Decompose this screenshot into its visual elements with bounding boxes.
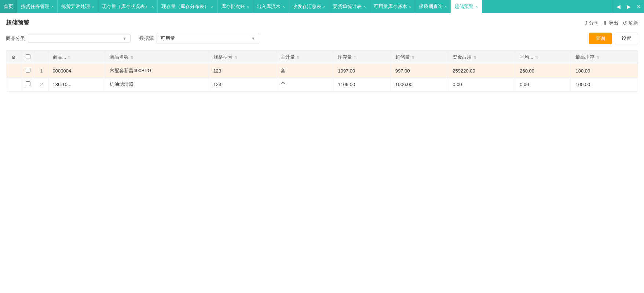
table-row: 10000004六配套新昌490BPG123套1097.00997.002592… (6, 64, 638, 78)
col-checkbox[interactable] (21, 51, 35, 64)
category-filter-group: 商品分类 ▼ (6, 34, 131, 43)
nav-item-close-icon[interactable]: × (247, 4, 249, 9)
row-checkbox-cell[interactable] (21, 64, 35, 78)
row-max-inv: 100.00 (571, 64, 638, 78)
sidebar-item-overstock[interactable]: 超储预警× (451, 0, 482, 13)
row-product-name: 机油滤清器 (105, 78, 209, 91)
row-unit: 个 (276, 78, 333, 91)
col-max-inv[interactable]: 最高库存 ⇅ (571, 51, 638, 64)
header-actions: ⤴ 分享 ⬇ 导出 ↺ 刷新 (585, 20, 638, 26)
nav-arrows: ◀ ▶ ✕ (613, 0, 644, 13)
row-product-code: 186-10... (48, 78, 105, 91)
col-overstock[interactable]: 超储量 ⇅ (391, 51, 448, 64)
row-inventory: 1097.00 (333, 64, 391, 78)
settings-icon: ⚙ (11, 55, 16, 60)
nav-item-label: 现存量（库存分布表） (161, 3, 209, 10)
nav-item-close-icon[interactable]: × (363, 4, 366, 9)
col-max-inv-label: 最高库存 (575, 54, 594, 60)
datasource-chevron-icon: ▼ (251, 36, 255, 41)
share-label: 分享 (589, 20, 599, 26)
col-spec-label: 规格型号 (213, 54, 233, 60)
col-avg[interactable]: 平均... ⇅ (515, 51, 571, 64)
nav-item-close-icon[interactable]: × (92, 4, 94, 9)
nav-prev-button[interactable]: ◀ (613, 0, 623, 13)
sidebar-item-home[interactable]: 首页 (0, 0, 17, 13)
col-spec[interactable]: 规格型号 ⇅ (209, 51, 276, 64)
row-avg: 260.00 (515, 64, 571, 78)
col-capital[interactable]: 资金占用 ⇅ (448, 51, 515, 64)
page-title: 超储预警 (6, 19, 29, 27)
nav-item-label: 首页 (4, 3, 13, 10)
nav-item-label: 收发存汇总表 (293, 3, 321, 10)
row-capital: 259220.00 (448, 64, 515, 78)
row-number: 1 (35, 64, 48, 78)
nav-item-close-icon[interactable]: × (211, 4, 213, 9)
nav-item-close-icon[interactable]: × (51, 4, 54, 9)
sidebar-item-abnormal[interactable]: 拣货异常处理× (58, 0, 98, 13)
nav-item-close-icon[interactable]: × (444, 4, 447, 9)
table-header: ⚙ 商品... ⇅ 商品名称 (6, 51, 638, 64)
col-product-name[interactable]: 商品名称 ⇅ (105, 51, 209, 64)
nav-item-close-icon[interactable]: × (409, 4, 411, 9)
refresh-icon: ↺ (623, 20, 627, 26)
datasource-select[interactable]: 可用量 ▼ (157, 33, 259, 44)
datasource-value: 可用量 (161, 35, 175, 42)
nav-close-button[interactable]: ✕ (634, 0, 644, 13)
export-button[interactable]: ⬇ 导出 (603, 20, 618, 26)
nav-item-close-icon[interactable]: × (151, 4, 154, 9)
col-inventory[interactable]: 库存量 ⇅ (333, 51, 391, 64)
page-header: 超储预警 ⤴ 分享 ⬇ 导出 ↺ 刷新 (6, 19, 638, 27)
refresh-button[interactable]: ↺ 刷新 (623, 20, 638, 26)
nav-next-button[interactable]: ▶ (623, 0, 634, 13)
row-product-code: 0000004 (48, 64, 105, 78)
sort-max-inv-icon: ⇅ (596, 55, 599, 59)
nav-item-label: 出入库流水 (257, 3, 281, 10)
nav-item-close-icon[interactable]: × (475, 4, 477, 9)
sidebar-item-inout-flow[interactable]: 出入库流水× (253, 0, 289, 13)
query-button[interactable]: 查询 (589, 33, 612, 44)
nav-item-close-icon[interactable]: × (282, 4, 285, 9)
category-select[interactable]: ▼ (28, 34, 131, 43)
nav-item-close-icon[interactable]: × (323, 4, 325, 9)
col-avg-label: 平均... (520, 54, 533, 60)
col-product-code[interactable]: 商品... ⇅ (48, 51, 105, 64)
sidebar-item-task-mgmt[interactable]: 拣货任务管理× (17, 0, 58, 13)
sidebar-item-batch[interactable]: 库存批次账× (217, 0, 253, 13)
settings-button[interactable]: 设置 (615, 33, 638, 44)
col-unit[interactable]: 主计量 ⇅ (276, 51, 333, 64)
filter-buttons: 查询 设置 (589, 33, 638, 44)
row-overstock: 997.00 (391, 64, 448, 78)
refresh-label: 刷新 (629, 20, 638, 26)
sort-unit-icon: ⇅ (297, 55, 300, 59)
sidebar-item-order-stat[interactable]: 要货单统计表× (329, 0, 370, 13)
row-checkbox[interactable] (26, 68, 30, 73)
filter-area: 商品分类 ▼ 数据源 可用量 ▼ 查询 设置 (6, 33, 638, 44)
row-checkbox-cell[interactable] (21, 78, 35, 91)
sort-inventory-icon: ⇅ (354, 55, 357, 59)
sidebar-item-collection[interactable]: 收发存汇总表× (289, 0, 329, 13)
row-checkbox[interactable] (26, 81, 30, 86)
sidebar-item-available-ledger[interactable]: 可用量库存账本× (370, 0, 415, 13)
sidebar-item-inventory-dist[interactable]: 现存量（库存分布表）× (158, 0, 217, 13)
nav-item-label: 现存量（库存状况表） (102, 3, 150, 10)
top-nav: 首页拣货任务管理×拣货异常处理×现存量（库存状况表）×现存量（库存分布表）×库存… (0, 0, 644, 13)
col-capital-label: 资金占用 (453, 54, 472, 60)
row-inventory: 1106.00 (333, 78, 391, 91)
sort-capital-icon: ⇅ (473, 55, 476, 59)
row-spec: 123 (209, 78, 276, 91)
data-table-wrapper: ⚙ 商品... ⇅ 商品名称 (6, 50, 638, 92)
select-all-checkbox[interactable] (26, 54, 30, 59)
table-header-row: ⚙ 商品... ⇅ 商品名称 (6, 51, 638, 64)
page-content: 超储预警 ⤴ 分享 ⬇ 导出 ↺ 刷新 商品分类 ▼ 数据源 (0, 13, 644, 293)
nav-item-label: 要货单统计表 (333, 3, 362, 10)
table-body: 10000004六配套新昌490BPG123套1097.00997.002592… (6, 64, 638, 91)
row-spec: 123 (209, 64, 276, 78)
sidebar-item-inventory-status[interactable]: 现存量（库存状况表）× (98, 0, 158, 13)
col-settings[interactable]: ⚙ (6, 51, 21, 64)
row-settings-cell (6, 78, 21, 91)
share-button[interactable]: ⤴ 分享 (585, 20, 599, 26)
row-overstock: 1006.00 (391, 78, 448, 91)
sidebar-item-expiry[interactable]: 保质期查询× (415, 0, 451, 13)
row-settings-cell (6, 64, 21, 78)
col-product-name-label: 商品名称 (110, 54, 129, 60)
